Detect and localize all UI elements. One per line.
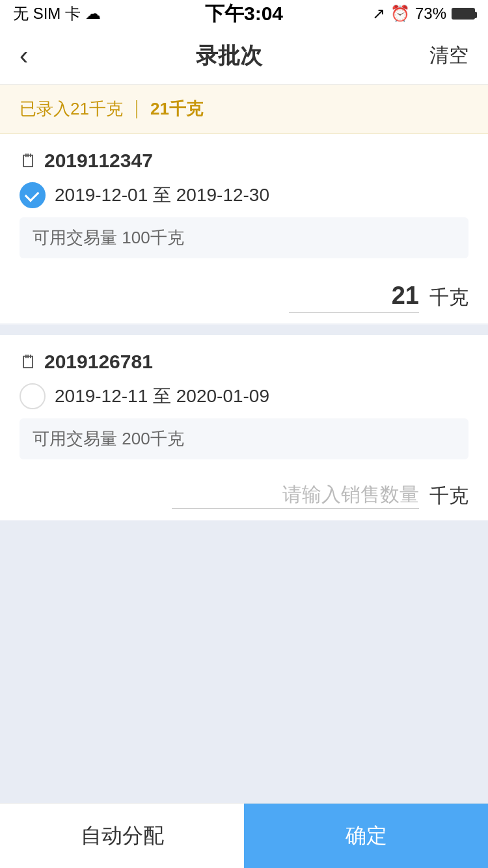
batch-1-header: 🗒 2019112347 [0,134,488,178]
back-button[interactable]: ‹ [20,41,28,70]
page-title: 录批次 [196,41,262,71]
batch-2-header: 🗒 2019126781 [0,335,488,379]
battery-icon [452,8,475,20]
qty-input[interactable] [172,483,419,509]
batch-2-date-row: 2019-12-11 至 2020-01-09 [0,379,488,418]
status-right: ↗ ⏰ 73% [372,5,475,23]
nav-bar: ‹ 录批次 清空 [0,27,488,85]
batch-2-id: 2019126781 [44,351,153,373]
batch-2-date: 2019-12-11 至 2020-01-09 [55,384,269,409]
status-left: 无 SIM 卡 ☁ [13,3,101,24]
info-divider [136,100,137,118]
batch-1-date: 2019-12-01 至 2019-12-30 [55,183,269,208]
batch-card-1: 🗒 2019112347 2019-12-01 至 2019-12-30 可用交… [0,134,488,323]
info-banner: 已录入21千克 21千克 [0,85,488,134]
auto-distribute-button[interactable]: 自动分配 [0,804,244,868]
batch-2-radio[interactable] [20,383,46,409]
section-divider [0,325,488,335]
location-icon: ↗ [372,5,385,23]
batch-1-id: 2019112347 [44,150,153,172]
batch-1-icon: 🗒 [20,150,38,172]
bottom-bar: 自动分配 确定 [0,803,488,868]
batch-1-available: 可用交易量 100千克 [20,217,468,258]
batch-1-amount-container: 21 [289,282,419,313]
batch-2-unit: 千克 [429,483,468,509]
batch-card-2: 🗒 2019126781 2019-12-11 至 2020-01-09 可用交… [0,335,488,520]
batch-1-radio[interactable] [20,182,46,208]
batch-2-available: 可用交易量 200千克 [20,418,468,459]
battery-label: 73% [415,5,446,23]
batch-1-date-row: 2019-12-01 至 2019-12-30 [0,178,488,217]
clear-button[interactable]: 清空 [429,42,468,69]
gray-area [0,521,488,803]
recorded-label: 已录入21千克 [20,98,123,120]
batch-1-amount: 21 [392,282,419,309]
batch-2-icon: 🗒 [20,351,38,373]
status-time: 下午3:04 [205,1,283,27]
batch-1-unit: 千克 [429,284,468,311]
alarm-icon: ⏰ [390,5,410,23]
confirm-button[interactable]: 确定 [244,804,488,868]
recorded-value: 21千克 [150,98,203,120]
batch-2-input-row: 千克 [0,472,488,520]
status-bar: 无 SIM 卡 ☁ 下午3:04 ↗ ⏰ 73% [0,0,488,27]
sim-label: 无 SIM 卡 ☁ [13,3,101,24]
batch-1-amount-row: 21 千克 [0,271,488,323]
